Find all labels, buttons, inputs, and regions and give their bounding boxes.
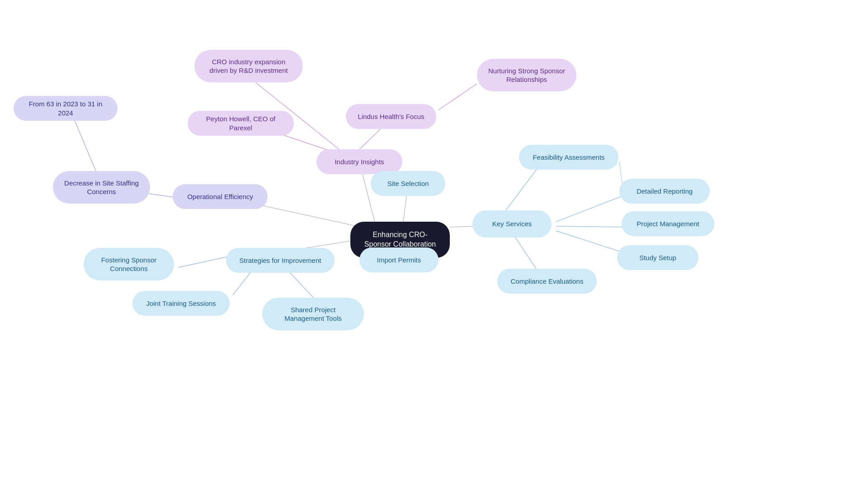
detailed-reporting-node: Detailed Reporting — [619, 179, 710, 204]
from63-node: From 63 in 2023 to 31 in 2024 — [14, 96, 118, 121]
decrease-site-staffing-node: Decrease in Site Staffing Concerns — [53, 171, 150, 204]
compliance-eval-node: Compliance Evaluations — [497, 269, 597, 294]
operational-efficiency-node: Operational Efficiency — [173, 184, 268, 209]
joint-training-node: Joint Training Sessions — [132, 291, 230, 316]
peyton-howell-node: Peyton Howell, CEO of Parexel — [188, 111, 294, 136]
svg-line-9 — [439, 84, 477, 110]
feasibility-node: Feasibility Assessments — [519, 145, 618, 170]
shared-project-node: Shared Project Management Tools — [262, 298, 364, 330]
svg-line-17 — [556, 195, 624, 222]
nurturing-sponsor-node: Nurturing Strong Sponsor Relationships — [477, 59, 576, 91]
import-permits-node: Import Permits — [359, 247, 439, 272]
fostering-sponsor-node: Fostering Sponsor Connections — [84, 248, 174, 281]
lindus-health-node: Lindus Health's Focus — [346, 104, 436, 129]
strategies-improvement-node: Strategies for Improvement — [226, 248, 335, 273]
svg-line-18 — [556, 226, 628, 227]
site-selection-node: Site Selection — [371, 171, 445, 196]
cro-expansion-node: CRO industry expansion driven by R&D inv… — [194, 50, 303, 82]
industry-insights-node: Industry Insights — [316, 149, 402, 174]
key-services-node: Key Services — [472, 210, 552, 238]
project-management-node: Project Management — [622, 211, 714, 236]
study-setup-node: Study Setup — [617, 245, 698, 270]
svg-line-19 — [556, 231, 622, 252]
